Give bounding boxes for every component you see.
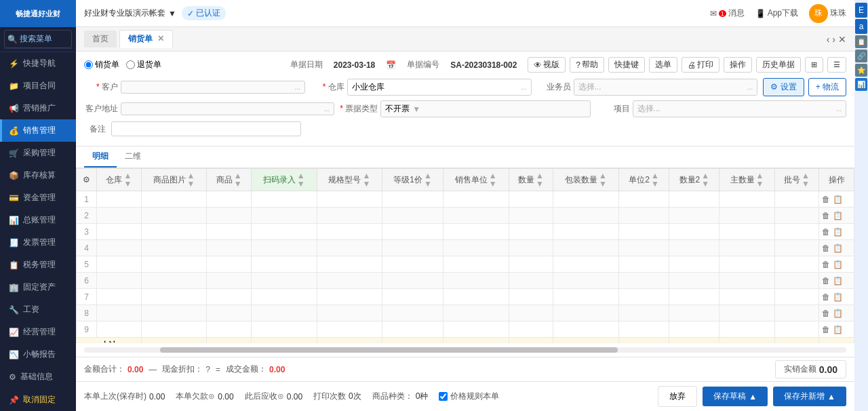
row-unit2[interactable]: [618, 240, 669, 256]
row-main-qty[interactable]: [719, 273, 774, 289]
row-unit2[interactable]: [618, 305, 669, 321]
tab-prev-button[interactable]: ‹: [827, 34, 830, 45]
row-image[interactable]: [141, 305, 207, 321]
row-goods[interactable]: [207, 305, 252, 321]
radio-sale-order[interactable]: 销货单: [84, 59, 119, 71]
sidebar-item-project[interactable]: 📁 项目合同: [0, 75, 76, 97]
row-copy-icon[interactable]: 📋: [833, 243, 843, 253]
row-pack-qty[interactable]: [553, 321, 619, 338]
tab-home[interactable]: 首页: [84, 31, 117, 47]
date-value[interactable]: 2023-03-18: [334, 60, 375, 70]
row-delete-icon[interactable]: 🗑: [822, 309, 830, 318]
row-image[interactable]: [141, 256, 207, 273]
row-warehouse[interactable]: [97, 224, 142, 240]
right-btn-2[interactable]: a: [855, 19, 867, 34]
row-qty2[interactable]: [669, 289, 719, 305]
message-button[interactable]: ✉ 1 消息: [710, 7, 745, 19]
row-qty2[interactable]: [669, 305, 719, 321]
row-qty[interactable]: [509, 273, 553, 289]
warehouse-input[interactable]: 小业仓库 ...: [347, 79, 532, 96]
row-spec[interactable]: [317, 256, 382, 273]
row-warehouse[interactable]: [97, 256, 142, 273]
row-image[interactable]: [141, 191, 207, 208]
select-order-button[interactable]: 选单: [649, 57, 677, 73]
price-policy-input[interactable]: [439, 392, 448, 401]
row-scan[interactable]: [251, 256, 317, 273]
print-button[interactable]: 🖨打印: [682, 57, 719, 73]
sidebar-item-tax[interactable]: 📋 税务管理: [0, 254, 76, 276]
right-btn-1[interactable]: E: [855, 3, 867, 18]
row-goods[interactable]: [207, 191, 252, 208]
row-price[interactable]: [382, 191, 443, 208]
row-batch[interactable]: [774, 305, 819, 321]
row-qty[interactable]: [509, 321, 553, 338]
row-price[interactable]: [382, 273, 443, 289]
tab-detail[interactable]: 明细: [84, 146, 117, 168]
row-copy-icon[interactable]: 📋: [833, 227, 843, 237]
row-batch[interactable]: [774, 321, 819, 338]
row-unit[interactable]: [443, 224, 509, 240]
row-unit2[interactable]: [618, 256, 669, 273]
row-unit[interactable]: [443, 273, 509, 289]
row-qty2[interactable]: [669, 224, 719, 240]
sidebar-item-reports[interactable]: 📉 小畅报告: [0, 343, 76, 366]
save-new-button[interactable]: 保存并新增 ▲: [773, 387, 846, 406]
radio-return-input[interactable]: [126, 60, 135, 69]
address-input[interactable]: ...: [121, 102, 334, 115]
row-pack-qty[interactable]: [553, 191, 619, 208]
row-goods[interactable]: [207, 321, 252, 338]
col-gear[interactable]: ⚙: [77, 169, 97, 191]
row-price[interactable]: [382, 289, 443, 305]
save-draft-button[interactable]: 保存草稿 ▲: [703, 387, 768, 406]
row-goods[interactable]: [207, 273, 252, 289]
row-spec[interactable]: [317, 240, 382, 256]
row-image[interactable]: [141, 321, 207, 338]
row-scan[interactable]: [251, 224, 317, 240]
row-main-qty[interactable]: [719, 191, 774, 208]
row-delete-icon[interactable]: 🗑: [822, 276, 830, 286]
row-qty[interactable]: [509, 305, 553, 321]
sidebar-item-assets[interactable]: 🏢 固定资产: [0, 276, 76, 298]
row-main-qty[interactable]: [719, 289, 774, 305]
right-btn-4[interactable]: 🔗: [855, 50, 867, 62]
row-scan[interactable]: [251, 305, 317, 321]
tab-2d[interactable]: 二维: [117, 146, 149, 168]
row-main-qty[interactable]: [719, 240, 774, 256]
row-unit2[interactable]: [618, 289, 669, 305]
right-btn-6[interactable]: 📊: [855, 78, 867, 91]
row-scan[interactable]: [251, 240, 317, 256]
note-input[interactable]: [111, 121, 301, 136]
sidebar-item-quicknav[interactable]: ⚡ 快捷导航: [0, 52, 76, 75]
row-qty[interactable]: [509, 256, 553, 273]
sidebar-item-funds[interactable]: 💳 资金管理: [0, 187, 76, 209]
row-warehouse[interactable]: [97, 305, 142, 321]
row-goods[interactable]: [207, 240, 252, 256]
row-qty2[interactable]: [669, 208, 719, 224]
row-main-qty[interactable]: [719, 321, 774, 338]
sidebar-item-pinned[interactable]: 📌 取消固定: [0, 389, 76, 411]
row-spec[interactable]: [317, 305, 382, 321]
horizontal-scrollbar[interactable]: [84, 347, 846, 353]
row-batch[interactable]: [774, 208, 819, 224]
tab-close-all-button[interactable]: ✕: [838, 34, 846, 45]
price-policy-check[interactable]: 价格规则本单: [439, 391, 499, 402]
row-pack-qty[interactable]: [553, 273, 619, 289]
row-copy-icon[interactable]: 📋: [833, 260, 843, 269]
row-image[interactable]: [141, 240, 207, 256]
sidebar-item-labor[interactable]: 🔧 工资: [0, 298, 76, 321]
row-delete-icon[interactable]: 🗑: [822, 325, 830, 334]
row-pack-qty[interactable]: [553, 208, 619, 224]
row-pack-qty[interactable]: [553, 305, 619, 321]
row-qty2[interactable]: [669, 256, 719, 273]
row-warehouse[interactable]: [97, 191, 142, 208]
row-scan[interactable]: [251, 289, 317, 305]
row-unit[interactable]: [443, 289, 509, 305]
row-copy-icon[interactable]: 📋: [833, 195, 843, 204]
row-price[interactable]: [382, 208, 443, 224]
history-button[interactable]: 历史单据: [756, 57, 801, 73]
right-btn-3[interactable]: 📋: [855, 35, 867, 48]
add-logistics-button[interactable]: + 物流: [808, 78, 846, 96]
row-image[interactable]: [141, 273, 207, 289]
row-warehouse[interactable]: [97, 208, 142, 224]
row-goods[interactable]: [207, 289, 252, 305]
